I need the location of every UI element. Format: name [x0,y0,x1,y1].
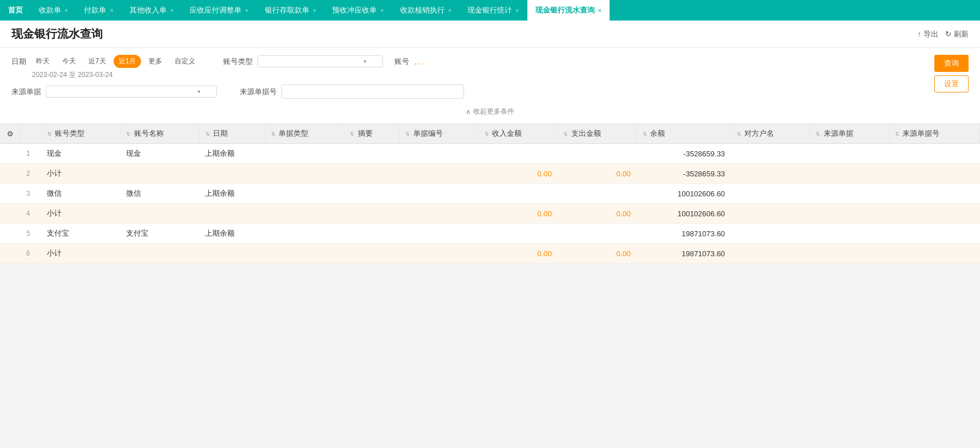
date-btn-yesterday[interactable]: 昨天 [31,55,55,68]
nav-tab-statistics[interactable]: 现金银行统计 × [459,0,527,21]
row-doc-no [400,224,479,244]
row-counterpart [731,224,810,244]
row-source-doc [810,224,889,244]
nav-tab-adjustment[interactable]: 应收应付调整单 × [182,0,256,21]
date-btn-1month[interactable]: 近1月 [114,55,142,68]
nav-tab-receipts[interactable]: 收款单 × [31,0,76,21]
row-doc-type [265,224,344,244]
close-icon[interactable]: × [170,7,174,14]
close-icon[interactable]: × [448,7,451,14]
nav-tab-payments[interactable]: 付款单 × [76,0,121,21]
nav-tab-bank-deposit[interactable]: 银行存取款单 × [257,0,324,21]
row-doc-no [400,204,479,224]
col-source-doc[interactable]: ⇅ 来源单据 [810,124,889,144]
source-doc-no-input[interactable] [281,84,464,99]
row-doc-type [265,204,344,224]
row-number: 6 [21,244,41,264]
close-icon[interactable]: × [110,7,113,14]
col-source-doc-no[interactable]: ⇅ 来源单据号 [889,124,979,144]
export-button[interactable]: ↑ 导出 [918,29,939,39]
row-number: 2 [21,164,41,184]
col-income[interactable]: ⇅ 收入金额 [478,124,558,144]
nav-tab-other-income[interactable]: 其他收入单 × [122,0,182,21]
collapse-bar[interactable]: ∧ 收起更多条件 [11,107,969,116]
date-buttons: 昨天 今天 近7天 近1月 更多 自定义 [31,55,200,68]
row-source-doc [810,244,889,264]
nav-tab-prepay[interactable]: 预收冲应收单 × [324,0,392,21]
row-expense: 0.00 [558,204,637,224]
row-expense [558,224,637,244]
col-summary[interactable]: ⇅ 摘要 [344,124,400,144]
gear-icon[interactable]: ⚙ [7,130,14,138]
date-btn-custom[interactable]: 自定义 [170,55,200,68]
source-doc-no-filter: 来源单据号 [240,84,464,99]
refresh-button[interactable]: ↻ 刷新 [945,29,969,39]
col-doc-type[interactable]: ⇅ 单据类型 [265,124,344,144]
date-btn-today[interactable]: 今天 [57,55,81,68]
account-type-select[interactable]: ▾ [257,55,383,67]
close-icon[interactable]: × [64,7,68,14]
row-income [478,224,558,244]
close-icon[interactable]: × [313,7,316,14]
row-summary [344,184,400,204]
row-doc-no [400,164,479,184]
row-source-doc [810,184,889,204]
row-summary [344,144,400,164]
source-doc-select[interactable]: ▾ [46,86,217,98]
chevron-down-icon: ▾ [197,88,200,95]
col-doc-no[interactable]: ⇅ 单据编号 [400,124,479,144]
close-icon[interactable]: × [598,7,602,14]
col-counterpart[interactable]: ⇅ 对方户名 [731,124,810,144]
table-row[interactable]: 3 微信 微信 上期余额 100102606.60 [0,184,980,204]
col-date[interactable]: ⇅ 日期 [199,124,265,144]
row-doc-type [265,164,344,184]
date-btn-more[interactable]: 更多 [143,55,167,68]
row-counterpart [731,144,810,164]
sort-icon: ⇅ [895,131,900,137]
col-account-name[interactable]: ⇅ 账号名称 [120,124,200,144]
row-date: 上期余额 [199,224,265,244]
row-date [199,164,265,184]
nav-tab-flow-query[interactable]: 现金银行流水查询 × [527,0,610,21]
row-source-doc [810,144,889,164]
close-icon[interactable]: × [380,7,384,14]
date-btn-7days[interactable]: 近7天 [83,55,111,68]
col-account-type[interactable]: ⇅ 账号类型 [41,124,120,144]
table-settings-col[interactable]: ⚙ [0,124,21,144]
row-balance: 100102606.60 [636,184,731,204]
row-checkbox-cell [0,244,21,264]
row-account-type: 微信 [41,184,120,204]
row-account-name [120,164,200,184]
table-row[interactable]: 2 小计 0.00 0.00 -3528659.33 [0,164,980,184]
row-account-name: 支付宝 [120,224,200,244]
close-icon[interactable]: × [515,7,519,14]
table-row[interactable]: 1 现金 现金 上期余额 -3528659.33 [0,144,980,164]
nav-tab-collection[interactable]: 收款核销执行 × [392,0,459,21]
action-buttons: 查询 设置 [934,55,969,92]
row-income [478,184,558,204]
close-icon[interactable]: × [245,7,248,14]
col-balance[interactable]: ⇅ 余额 [636,124,731,144]
row-checkbox-cell [0,204,21,224]
settings-button[interactable]: 设置 [934,75,969,92]
row-number: 1 [21,144,41,164]
row-expense: 0.00 [558,164,637,184]
row-expense [558,184,637,204]
col-num [21,124,41,144]
row-income: 0.00 [478,164,558,184]
row-summary [344,224,400,244]
row-source-doc [810,204,889,224]
table-row[interactable]: 5 支付宝 支付宝 上期余额 19871073.60 [0,224,980,244]
table-row[interactable]: 4 小计 0.00 0.00 100102606.60 [0,204,980,224]
row-number: 3 [21,184,41,204]
query-button[interactable]: 查询 [934,55,969,72]
row-number: 5 [21,224,41,244]
source-doc-label: 来源单据 [11,87,41,97]
account-dots-button[interactable]: ... [414,56,425,67]
col-expense[interactable]: ⇅ 支出金额 [558,124,637,144]
sort-icon: ⇅ [271,131,276,137]
table-row[interactable]: 6 小计 0.00 0.00 19871073.60 [0,244,980,264]
row-income: 0.00 [478,244,558,264]
nav-home[interactable]: 首页 [0,0,31,21]
collapse-icon: ∧ [466,108,471,116]
